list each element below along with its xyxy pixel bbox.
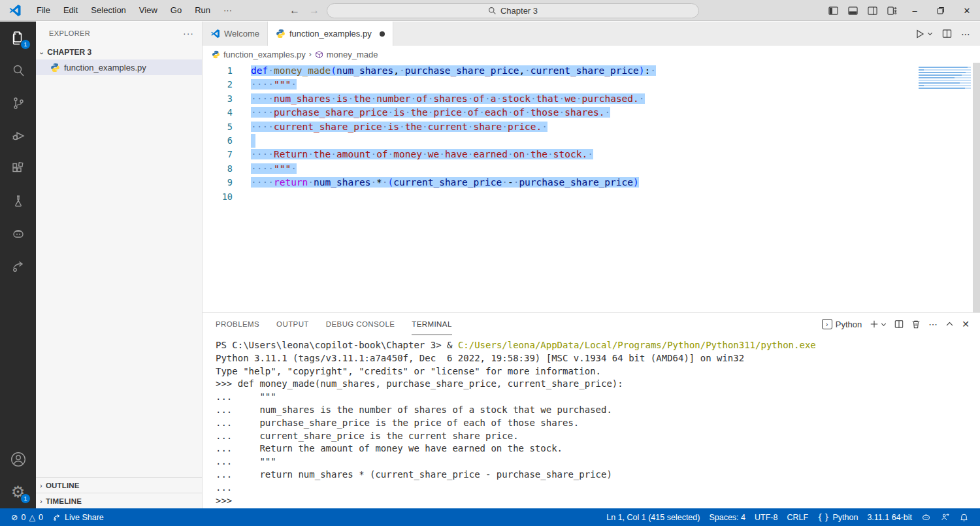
tab-welcome-label: Welcome xyxy=(224,29,259,39)
breadcrumb-file[interactable]: function_examples.py xyxy=(223,50,306,59)
file-label: function_examples.py xyxy=(64,63,146,73)
explorer-badge: 1 xyxy=(20,39,31,50)
settings-gear-icon[interactable]: ⚙ 1 xyxy=(0,476,36,508)
split-terminal-icon[interactable] xyxy=(894,320,904,329)
copilot-icon[interactable] xyxy=(0,218,36,250)
panel-more-actions-icon[interactable]: ⋯ xyxy=(928,319,938,329)
chevron-right-icon: › xyxy=(40,482,42,489)
minimap[interactable] xyxy=(919,67,971,93)
minimize-icon[interactable]: – xyxy=(902,0,928,21)
menu-selection[interactable]: Selection xyxy=(84,3,132,18)
menu-view[interactable]: View xyxy=(133,3,164,18)
nav-back-icon[interactable]: ← xyxy=(289,5,300,16)
run-debug-icon[interactable] xyxy=(0,120,36,152)
cursor-position[interactable]: Ln 1, Col 1 (415 selected) xyxy=(602,508,704,526)
terminal-shell-selector[interactable]: › Python xyxy=(822,319,862,329)
kill-terminal-icon[interactable] xyxy=(911,320,921,329)
toggle-secondary-sidebar-icon[interactable] xyxy=(862,0,882,21)
tab-function-examples[interactable]: function_examples.py xyxy=(268,22,393,46)
code-line: 7····Return·the·amount·of·money·we·have·… xyxy=(203,148,980,161)
nav-forward-icon[interactable]: → xyxy=(309,5,319,16)
extensions-icon[interactable] xyxy=(0,152,36,185)
timeline-label: TIMELINE xyxy=(46,497,82,505)
folder-chapter-3[interactable]: ⌄ CHAPTER 3 xyxy=(36,44,202,59)
source-control-icon[interactable] xyxy=(0,87,36,120)
error-count: 0 xyxy=(21,513,25,522)
terminal-line: >>> def money_made(num_shares, purchase_… xyxy=(216,378,980,391)
tab-output[interactable]: OUTPUT xyxy=(276,313,309,335)
tab-welcome[interactable]: Welcome xyxy=(203,22,268,46)
run-python-file-icon[interactable] xyxy=(915,29,933,39)
menu-run[interactable]: Run xyxy=(188,3,217,18)
feedback-icon[interactable] xyxy=(936,508,955,526)
braces-icon: { } xyxy=(817,512,829,522)
customize-layout-icon[interactable] xyxy=(882,0,902,21)
close-panel-icon[interactable]: ✕ xyxy=(962,319,970,329)
timeline-section[interactable]: › TIMELINE xyxy=(36,493,202,508)
menu-file[interactable]: File xyxy=(30,3,57,18)
live-share-icon[interactable] xyxy=(0,250,36,283)
file-function-examples[interactable]: function_examples.py xyxy=(36,59,202,75)
notifications-bell-icon[interactable] xyxy=(955,508,973,526)
terminal-line: >>> xyxy=(216,495,980,508)
menu-more[interactable]: ··· xyxy=(217,3,238,18)
command-center-search[interactable]: Chapter 3 xyxy=(327,3,699,18)
line-number: 9 xyxy=(203,176,251,189)
python-interpreter[interactable]: 3.11.1 64-bit xyxy=(862,508,917,526)
editor-more-actions-icon[interactable]: ⋯ xyxy=(961,29,971,39)
close-window-icon[interactable]: ✕ xyxy=(954,0,980,21)
terminal-line: ... current_share_price is the current s… xyxy=(216,430,980,443)
line-number: 6 xyxy=(203,134,251,148)
outline-section[interactable]: › OUTLINE xyxy=(36,477,202,493)
tab-active-label: function_examples.py xyxy=(289,29,372,39)
line-number: 10 xyxy=(203,190,251,204)
language-mode[interactable]: { } Python xyxy=(813,508,862,526)
maximize-panel-icon[interactable] xyxy=(945,320,954,329)
vscode-window: File Edit Selection View Go Run ··· ← → … xyxy=(0,0,980,526)
search-value: Chapter 3 xyxy=(500,6,538,16)
menu-go[interactable]: Go xyxy=(164,3,188,18)
line-number: 5 xyxy=(203,120,251,134)
bottom-panel: PROBLEMS OUTPUT DEBUG CONSOLE TERMINAL ›… xyxy=(203,312,980,508)
activity-bar: 1 xyxy=(0,22,36,508)
problems-status[interactable]: ⊘ 0 △ 0 xyxy=(7,508,48,526)
explorer-title: EXPLORER xyxy=(49,29,90,37)
status-bar: ⊘ 0 △ 0 Live Share Ln 1, Col 1 (415 sele… xyxy=(0,508,980,526)
code-line: 2····"""· xyxy=(203,78,980,91)
testing-icon[interactable] xyxy=(0,185,36,218)
code-line: 10 xyxy=(203,190,980,204)
editor-tabbar: Welcome function_examples.py ⋯ xyxy=(203,22,980,46)
code-editor[interactable]: 1def·money_made(num_shares,·purchase_sha… xyxy=(203,63,980,312)
tab-debug-console[interactable]: DEBUG CONSOLE xyxy=(326,313,395,335)
terminal-line: ... num_shares is the number of shares o… xyxy=(216,404,980,417)
code-line: 6 xyxy=(203,134,980,148)
terminal-output[interactable]: PS C:\Users\leona\copilot-book\Chapter 3… xyxy=(203,335,980,508)
explorer-icon[interactable]: 1 xyxy=(0,22,36,54)
explorer-more-actions-icon[interactable]: ··· xyxy=(183,28,194,39)
tab-problems[interactable]: PROBLEMS xyxy=(216,313,259,335)
line-number: 8 xyxy=(203,162,251,176)
titlebar: File Edit Selection View Go Run ··· ← → … xyxy=(0,0,980,21)
restore-icon[interactable] xyxy=(928,0,954,21)
breadcrumb-symbol[interactable]: money_made xyxy=(327,50,378,59)
account-icon[interactable] xyxy=(0,443,36,476)
code-line: 3····num_shares·is·the·number·of·shares·… xyxy=(203,92,980,106)
eol-sequence[interactable]: CRLF xyxy=(782,508,813,526)
terminal-icon: › xyxy=(822,319,832,329)
tab-terminal[interactable]: TERMINAL xyxy=(412,313,451,335)
chevron-right-icon: › xyxy=(40,497,42,505)
copilot-status-icon[interactable] xyxy=(917,508,936,526)
split-editor-icon[interactable] xyxy=(942,29,952,39)
code-line: 4····purchase_share_price·is·the·price·o… xyxy=(203,106,980,120)
unsaved-changes-dot[interactable] xyxy=(380,31,385,37)
toggle-sidebar-icon[interactable] xyxy=(823,0,843,21)
encoding[interactable]: UTF-8 xyxy=(750,508,782,526)
language-label: Python xyxy=(833,513,858,522)
menu-edit[interactable]: Edit xyxy=(57,3,84,18)
live-share-status[interactable]: Live Share xyxy=(48,508,108,526)
new-terminal-icon[interactable] xyxy=(870,320,887,329)
indentation[interactable]: Spaces: 4 xyxy=(704,508,750,526)
toggle-panel-icon[interactable] xyxy=(843,0,862,21)
editor-scrollbar[interactable] xyxy=(973,63,980,312)
search-sidebar-icon[interactable] xyxy=(0,54,36,87)
